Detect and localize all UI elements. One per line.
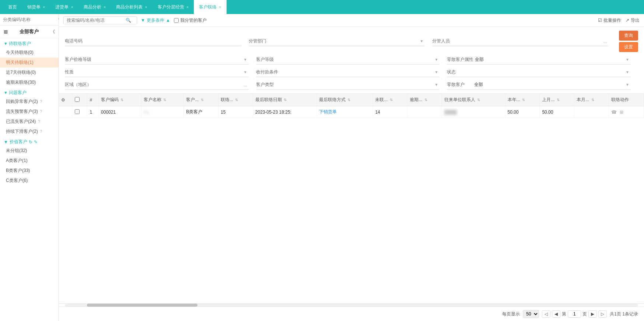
page-input[interactable]	[568, 310, 581, 318]
filter-payment[interactable]: 收付款条件 ▼	[256, 68, 440, 77]
set-button[interactable]: 设置	[619, 42, 638, 52]
page-label: 第	[562, 311, 566, 317]
filter-status[interactable]: 状态 ▼	[447, 68, 631, 77]
filter-retail-attr[interactable]: 零散客户属性 全部 ▼	[447, 55, 631, 65]
filter-price-level[interactable]: 客户价格等级 ▼	[65, 55, 249, 65]
col-overdue[interactable]: 逾期... ⇅	[407, 94, 442, 106]
col-last-method[interactable]: 最后联络方式 ⇅	[316, 94, 373, 106]
sidebar-item-unclassified[interactable]: 未分组(32)	[0, 146, 59, 156]
close-sales-icon[interactable]: ×	[43, 5, 45, 9]
sidebar-item-repurchase-abnormal[interactable]: 回购异常客户(2) ?	[0, 97, 59, 107]
sidebar-item-declining[interactable]: 持续下滑客户(2) ?	[0, 127, 59, 137]
close-product-analysis-icon[interactable]: ×	[104, 5, 106, 9]
col-last-date[interactable]: 最后联络日期 ⇅	[253, 94, 316, 106]
total-records: 共1页 1条记录	[610, 311, 638, 317]
filter-phone: 电话号码	[65, 37, 241, 46]
nav-customer-contact[interactable]: 客户联络 ×	[194, 0, 226, 14]
filter-nature[interactable]: 性质 ▼	[65, 68, 249, 77]
row-contact-cell: 15	[218, 106, 253, 118]
col-this-month[interactable]: 本月... ⇅	[574, 94, 609, 106]
filter-customer-type[interactable]: 客户类型 ▼	[256, 80, 440, 90]
sidebar-item-tomorrow[interactable]: 明天待联络(1)	[0, 58, 59, 68]
row-last-month-cell: 50.00	[540, 106, 574, 118]
nav-customer-segmentation[interactable]: 客户分层经营 ×	[153, 0, 194, 14]
col-last-month[interactable]: 上月... ⇅	[540, 94, 574, 106]
filter-row-1: 电话号码 分管部门 ▼ 分管人员 ... 查询 设置	[65, 31, 638, 52]
row-unit-contact-cell: ████	[442, 106, 505, 118]
filter-retail-customer[interactable]: 零散客户 全部 ▼	[447, 80, 631, 90]
close-product-analysis-list-icon[interactable]: ×	[145, 5, 147, 9]
last-page-button[interactable]: ▷	[598, 310, 607, 318]
filter-person[interactable]: 分管人员 ...	[432, 37, 609, 46]
nav-product-analysis[interactable]: 商品分析 ×	[78, 0, 111, 14]
phone-icon[interactable]: ☎	[611, 110, 617, 115]
prev-page-button[interactable]: ◀	[552, 310, 560, 318]
customer-type-dropdown-icon: ▼	[434, 83, 438, 87]
sidebar-item-churned[interactable]: 已流失客户(24) ?	[0, 117, 59, 127]
search-icon[interactable]: 🔍	[126, 18, 131, 23]
sidebar-item-churn-warning[interactable]: 流失预警客户(3) ?	[0, 107, 59, 117]
retail-attr-dropdown-icon: ▼	[626, 58, 629, 62]
col-name[interactable]: 客户名称 ⇅	[141, 94, 184, 106]
my-customers-checkbox[interactable]: 我分管的客户	[174, 17, 207, 24]
qr-icon[interactable]: ⊞	[620, 110, 623, 115]
retail-customer-dropdown-icon: ▼	[626, 83, 629, 87]
export-button[interactable]: ↗ 导出	[626, 17, 640, 24]
sidebar-search-bar: 🔍	[0, 14, 59, 25]
scrollbar-thumb[interactable]	[87, 304, 197, 307]
close-segmentation-icon[interactable]: ×	[186, 5, 189, 9]
col-this-year[interactable]: 本年... ⇅	[505, 94, 540, 106]
col-no-contact[interactable]: 未联... ⇅	[373, 94, 407, 106]
nav-purchase[interactable]: 进货单 ×	[50, 0, 78, 14]
row-checkbox[interactable]	[75, 109, 80, 114]
collapse-icon[interactable]: 《	[50, 29, 55, 35]
filter-phone-label: 电话号码	[65, 38, 91, 44]
last-method-link[interactable]: 下销货单	[319, 109, 337, 114]
sidebar-item-class-a[interactable]: A类客户(1)	[0, 156, 59, 166]
help-icon-churned: ?	[38, 120, 40, 124]
nav-home[interactable]: 首页	[3, 0, 22, 14]
edit-icon[interactable]: ✎	[34, 139, 38, 145]
search-input[interactable]	[67, 18, 126, 23]
refresh-icon[interactable]: ↻	[29, 139, 32, 145]
payment-dropdown-icon: ▼	[434, 70, 438, 74]
filter-dept[interactable]: 分管部门 ▼	[249, 37, 425, 46]
col-unit-contact[interactable]: 往来单位联系人 ⇅	[442, 94, 505, 106]
horizontal-scrollbar[interactable]	[65, 304, 638, 307]
sidebar-item-today[interactable]: 今天待联络(0)	[0, 48, 59, 58]
sort-icon-this-month: ⇅	[591, 98, 594, 102]
first-page-button[interactable]: ◁	[542, 310, 550, 318]
sort-icon-this-year: ⇅	[522, 98, 525, 102]
filter-dept-label: 分管部门	[249, 38, 274, 44]
filter-customer-level[interactable]: 客户等级 ▼	[256, 55, 440, 65]
col-checkbox	[73, 94, 87, 106]
sidebar-all-customers[interactable]: ⊞ 全部客户 《	[0, 25, 59, 38]
query-button[interactable]: 查询	[619, 31, 638, 41]
filter-bar: 🔍 ▼ 更多条件 ▲ 我分管的客户 ☑ 批量操作 ↗ 导出	[59, 14, 644, 27]
more-conditions-button[interactable]: ▼ 更多条件 ▲	[141, 17, 170, 24]
sidebar-item-class-b[interactable]: B类客户(33)	[0, 166, 59, 176]
sidebar-search-input[interactable]	[3, 17, 58, 22]
close-purchase-icon[interactable]: ×	[71, 5, 73, 9]
per-page-select[interactable]: 50	[523, 310, 539, 318]
nav-sales[interactable]: 销货单 ×	[22, 0, 50, 14]
nav-product-analysis-list[interactable]: 商品分析列表 ×	[111, 0, 152, 14]
col-type[interactable]: 客户... ⇅	[184, 94, 218, 106]
page-navigation: ◁ ◀ 第 页 ▶ ▷	[542, 310, 607, 318]
col-contact[interactable]: 联络... ⇅	[218, 94, 253, 106]
batch-ops-button[interactable]: ☑ 批量操作	[598, 17, 621, 24]
filter-region[interactable]: 区域（地区） ...	[65, 80, 249, 90]
select-all-checkbox[interactable]	[75, 97, 80, 102]
sort-icon-last-date: ⇅	[284, 98, 287, 102]
col-settings[interactable]: ⚙	[59, 94, 73, 106]
status-dropdown-icon: ▼	[626, 70, 629, 74]
dept-dropdown-icon: ▼	[420, 39, 423, 43]
next-page-button[interactable]: ▶	[588, 310, 597, 318]
close-contact-icon[interactable]: ×	[219, 5, 221, 9]
sidebar-item-7days[interactable]: 近7天待联络(0)	[0, 68, 59, 77]
sidebar-item-overdue[interactable]: 逾期未联络(30)	[0, 77, 59, 87]
col-code[interactable]: 客户编码 ⇅	[99, 94, 141, 106]
my-customers-check[interactable]	[174, 18, 179, 23]
row-settings-cell	[59, 106, 73, 118]
sidebar-item-class-c[interactable]: C类客户(6)	[0, 176, 59, 186]
